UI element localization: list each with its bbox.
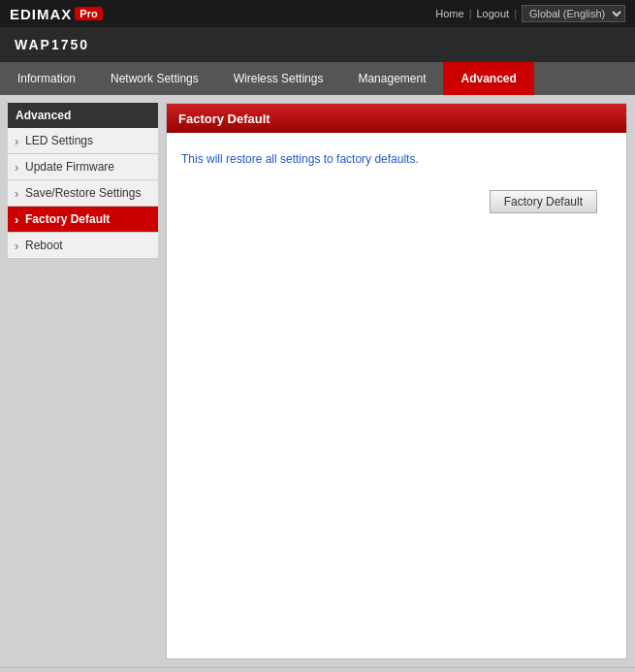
info-text: This will restore all settings to factor… [181, 152, 612, 166]
content-panel: Factory Default This will restore all se… [166, 103, 627, 659]
logo-area: EDIMAX Pro [10, 6, 103, 22]
nav-bar: Information Network Settings Wireless Se… [0, 62, 635, 95]
main-content: Advanced LED Settings Update Firmware Sa… [0, 95, 635, 667]
top-links: Home | Logout | Global (English) [435, 5, 625, 22]
nav-item-information[interactable]: Information [0, 62, 93, 95]
sidebar-item-update-firmware[interactable]: Update Firmware [8, 154, 158, 180]
sidebar-header: Advanced [8, 103, 158, 128]
sidebar-item-led-settings[interactable]: LED Settings [8, 128, 158, 154]
nav-item-management[interactable]: Management [340, 62, 443, 95]
nav-item-network-settings[interactable]: Network Settings [93, 62, 216, 95]
sidebar-item-factory-default[interactable]: Factory Default [8, 207, 158, 233]
nav-item-advanced[interactable]: Advanced [443, 62, 533, 95]
sidebar: Advanced LED Settings Update Firmware Sa… [8, 103, 158, 659]
sidebar-item-save-restore-settings[interactable]: Save/Restore Settings [8, 180, 158, 207]
separator-1: | [469, 8, 472, 19]
separator-2: | [514, 8, 517, 19]
logo-pro: Pro [75, 7, 102, 20]
content-body: This will restore all settings to factor… [167, 133, 626, 233]
footer: Copyright 2014 © EDIMAX Technology Co., … [0, 667, 635, 672]
home-link[interactable]: Home [435, 8, 463, 19]
logout-link[interactable]: Logout [476, 8, 509, 19]
device-bar: WAP1750 [0, 27, 635, 62]
logo-edimax: EDIMAX [10, 6, 72, 22]
factory-default-button[interactable]: Factory Default [490, 190, 597, 213]
nav-item-wireless-settings[interactable]: Wireless Settings [216, 62, 341, 95]
content-header: Factory Default [167, 104, 626, 133]
sidebar-item-reboot[interactable]: Reboot [8, 233, 158, 259]
top-bar: EDIMAX Pro Home | Logout | Global (Engli… [0, 0, 635, 27]
device-name: WAP1750 [15, 37, 89, 52]
language-select[interactable]: Global (English) [522, 5, 625, 22]
